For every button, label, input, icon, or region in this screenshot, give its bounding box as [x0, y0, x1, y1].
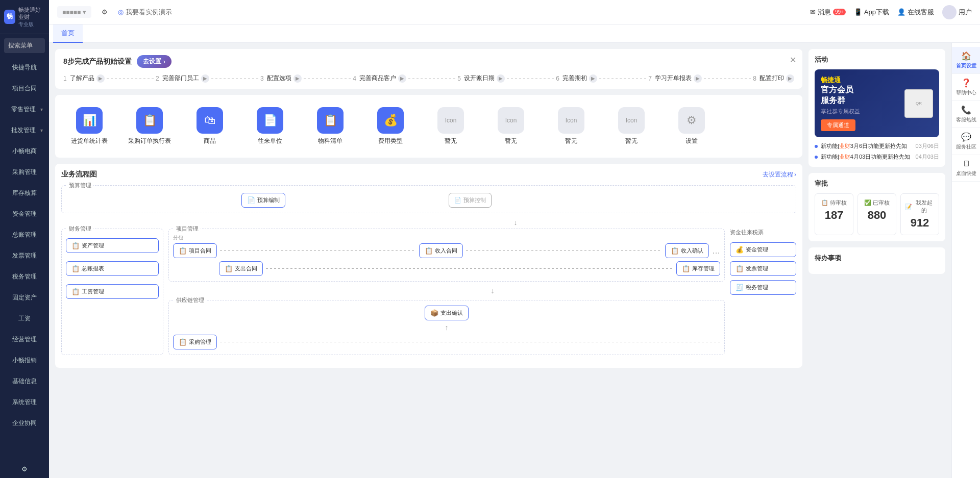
banner-main-text: 官方会员 服务群 [821, 85, 860, 106]
sidebar-item-purchase[interactable]: 采购管理 [2, 163, 47, 182]
help-icon: ❓ [961, 78, 971, 88]
news-date-0: 03月06日 [916, 142, 939, 150]
news-item-0[interactable]: 新功能|业财3月6日功能更新抢先知 03月06日 [815, 142, 939, 150]
flow-node-payroll-mgmt[interactable]: 📋 工资管理 [66, 284, 159, 299]
activity-card: 活动 畅捷通 官方会员 服务群 享社群专属权益 专属通道 QR [808, 49, 945, 167]
flow-node-asset-mgmt[interactable]: 📋 资产管理 [66, 238, 159, 253]
user-menu[interactable]: 用户 [942, 5, 972, 19]
flow-node-project-contract[interactable]: 📋 项目合同 [173, 243, 217, 258]
sidebar-item-funds[interactable]: 资金管理 [2, 205, 47, 223]
flow-title: 业务流程图 [61, 170, 97, 179]
sidebar-item-ecommerce[interactable]: 小畅电商 [2, 142, 47, 161]
approval-stat-mine[interactable]: 📝 我发起的 912 [900, 193, 939, 235]
online-service-button[interactable]: 👤 在线客服 [897, 8, 934, 17]
demo-link[interactable]: ◎ 我要看实例演示 [118, 8, 172, 17]
sidebar-item-payroll[interactable]: 工资 [2, 309, 47, 328]
approval-stat-done[interactable]: ✅ 已审核 880 [857, 193, 896, 235]
approval-stat-pending[interactable]: 📋 待审核 187 [815, 193, 853, 235]
flow-node-tax-mgmt[interactable]: 🧾 税务管理 [730, 280, 796, 295]
group-budget-label: 预算管理 [67, 182, 93, 189]
flow-node-purchase-mgmt[interactable]: 📋 采购管理 [173, 335, 217, 349]
far-nav-customer-service[interactable]: 📞 客服热线 [952, 101, 980, 128]
sidebar: 畅 畅捷通好业财 专业版 搜索菜单 快捷导航 项目合同 零售管理 ▾ 批发管理 … [0, 0, 49, 478]
sidebar-item-expense[interactable]: 小畅报销 [2, 351, 47, 370]
quick-icon-3: 📄 [257, 107, 283, 134]
flow-node-income-contract[interactable]: 📋 收入合同 [419, 243, 463, 258]
sidebar-item-operations[interactable]: 经营管理 [2, 330, 47, 349]
setup-banner-close[interactable]: ✕ [790, 55, 796, 65]
flow-node-expense-confirm[interactable]: 📋 库存管理 [676, 261, 720, 276]
sidebar-item-system[interactable]: 系统管理 [2, 393, 47, 412]
group-project-label: 项目管理 [174, 225, 201, 233]
step-8-dot: ▶ [786, 74, 794, 83]
user-avatar [942, 5, 957, 19]
setup-step-4: 4 完善商品客户 ▶ [353, 74, 406, 83]
setup-step-6: 6 完善期初 ▶ [556, 74, 597, 83]
sidebar-item-enterprise[interactable]: 企业协同 [2, 414, 47, 433]
search-menu[interactable]: 搜索菜单 [4, 38, 45, 53]
quick-item-4[interactable]: 📋 物料清单 [302, 101, 358, 152]
flow-node-capital-mgmt[interactable]: 💰 资金管理 [730, 242, 796, 257]
demo-icon: ◎ [118, 8, 124, 16]
sidebar-item-invoice[interactable]: 发票管理 [2, 246, 47, 265]
quick-item-settings[interactable]: ⚙ 设置 [664, 101, 720, 152]
message-badge: 99+ [833, 9, 846, 15]
sidebar-item-inventory[interactable]: 库存核算 [2, 184, 47, 203]
quick-item-9[interactable]: Icon 暂无 [603, 101, 659, 152]
flow-settings-link[interactable]: 去设置流程 › [763, 170, 796, 179]
far-nav-desktop-shortcut[interactable]: 🖥 桌面快捷 [952, 155, 980, 182]
company-selector[interactable]: ■■■■■ ▾ [57, 6, 91, 18]
activity-news: 新功能|业财3月6日功能更新抢先知 03月06日 新功能|业财4月03日功能更新… [815, 142, 939, 161]
far-nav-community[interactable]: 💬 服务社区 [952, 128, 980, 155]
quick-icon-1: 📋 [136, 107, 163, 134]
dashed-line-purchase [220, 342, 720, 342]
main-wrapper: ■■■■■ ▾ ⚙ ◎ 我要看实例演示 ✉ 消息 99+ 📱 App下载 👤 在… [49, 0, 980, 478]
sidebar-item-basic-info[interactable]: 基础信息 [2, 372, 47, 391]
quick-item-8[interactable]: Icon 暂无 [543, 101, 599, 152]
far-nav-help[interactable]: ❓ 帮助中心 [952, 74, 980, 101]
sidebar-item-retail[interactable]: 零售管理 ▾ [2, 100, 47, 119]
sidebar-item-project-contract[interactable]: 项目合同 [2, 79, 47, 98]
pending-value: 187 [819, 209, 849, 222]
message-button[interactable]: ✉ 消息 99+ [810, 8, 846, 17]
quick-item-3[interactable]: 📄 往来单位 [242, 101, 298, 152]
sidebar-settings-icon[interactable]: ⚙ [0, 460, 49, 478]
app-download-button[interactable]: 📱 App下载 [854, 8, 889, 17]
far-nav-home-settings[interactable]: 🏠 首页设置 [952, 47, 980, 74]
quick-item-2[interactable]: 🛍 商品 [182, 101, 238, 152]
flow-node-expense-contract[interactable]: 📋 支出合同 [219, 261, 263, 276]
flow-node-income-confirm[interactable]: 📋 收入确认 [665, 243, 709, 258]
step-connector-2 [211, 78, 258, 79]
sidebar-item-fixed-assets[interactable]: 固定资产 [2, 288, 47, 307]
sidebar-item-wholesale[interactable]: 批发管理 ▾ [2, 121, 47, 140]
quick-item-5[interactable]: 💰 费用类型 [362, 101, 419, 152]
flow-node-budget-plan[interactable]: 📄 预算编制 [241, 193, 285, 208]
community-icon: 💬 [961, 132, 971, 142]
group-finance-label: 财务管理 [67, 225, 93, 233]
step-connector-1 [107, 78, 154, 79]
sidebar-item-quick-nav[interactable]: 快捷导航 [2, 58, 47, 77]
go-settings-button[interactable]: 去设置 › [137, 55, 172, 68]
company-name: ■■■■■ [62, 9, 81, 16]
flow-node-inventory-mgmt[interactable]: 📦 支出确认 [425, 306, 469, 320]
step-connector-4 [408, 78, 455, 79]
flow-node-invoice-mgmt[interactable]: 📋 发票管理 [730, 261, 796, 276]
flow-node-general-ledger[interactable]: 📋 总账报表 [66, 261, 159, 276]
news-item-1[interactable]: 新功能|业财4月03日功能更新抢先知 04月03日 [815, 153, 939, 161]
quick-item-7[interactable]: Icon 暂无 [483, 101, 539, 152]
topbar-right: ✉ 消息 99+ 📱 App下载 👤 在线客服 用户 [810, 5, 972, 19]
settings-icon[interactable]: ⚙ [97, 5, 112, 19]
tab-home[interactable]: 首页 [53, 24, 83, 43]
sidebar-item-general-ledger[interactable]: 总账管理 [2, 225, 47, 244]
quick-item-6[interactable]: Icon 暂无 [423, 101, 479, 152]
quick-item-0[interactable]: 📊 进货单统计表 [61, 101, 117, 152]
quick-item-1[interactable]: 📋 采购订单执行表 [121, 101, 178, 152]
right-panel: 活动 畅捷通 官方会员 服务群 享社群专属权益 专属通道 QR [808, 43, 951, 478]
ellipsis-icon: … [712, 246, 720, 256]
activity-banner-button[interactable]: 专属通道 [821, 119, 855, 131]
approval-stats: 📋 待审核 187 ✅ 已审核 880 📝 [815, 193, 939, 235]
arrow-right-icon: › [794, 171, 796, 178]
sidebar-item-tax[interactable]: 税务管理 [2, 267, 47, 286]
flow-section: 业务流程图 去设置流程 › 预算管理 📄 预算编制 [55, 164, 802, 368]
flow-node-budget-control[interactable]: 📄 预算控制 [449, 193, 492, 208]
